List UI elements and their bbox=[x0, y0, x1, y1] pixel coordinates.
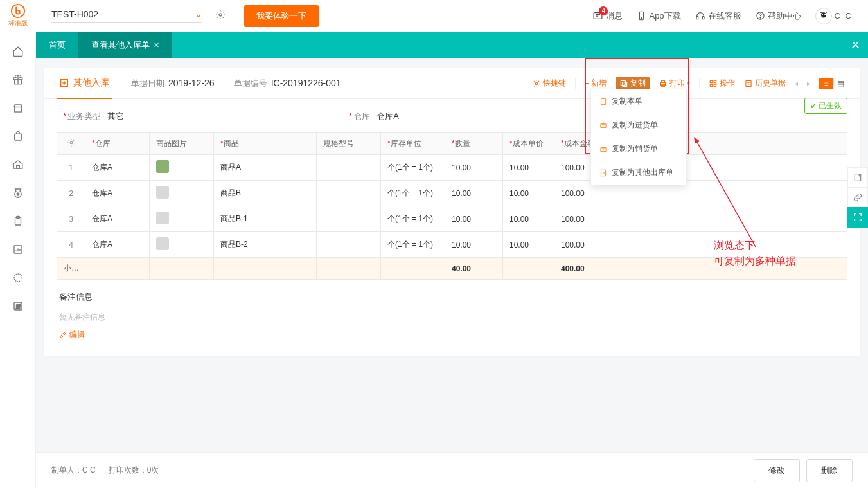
dropdown-copy-other-out[interactable]: 复制为其他出库单 bbox=[591, 161, 686, 185]
biz-type-label: 业务类型 bbox=[67, 111, 101, 121]
nav-gift-icon[interactable] bbox=[12, 73, 24, 86]
svg-rect-41 bbox=[855, 174, 860, 181]
nav-report-icon[interactable] bbox=[12, 243, 24, 256]
remarks-edit-button[interactable]: 编辑 bbox=[59, 329, 845, 340]
nav-store-icon[interactable] bbox=[12, 102, 24, 114]
nav-home-icon[interactable] bbox=[12, 45, 24, 58]
table-row[interactable]: 1仓库A商品A个(1个 = 1个)10.0010.00100.00 bbox=[57, 155, 847, 181]
doc-icon bbox=[599, 97, 608, 106]
view-list-button[interactable]: ≡ bbox=[819, 78, 833, 89]
doc-date-label: 单据日期 bbox=[131, 78, 164, 88]
tab-bar-close-button[interactable]: ✕ bbox=[842, 38, 868, 52]
messages-button[interactable]: 消息 4 bbox=[592, 10, 623, 22]
logo[interactable]: 标准版 bbox=[0, 4, 36, 28]
table-row[interactable]: 2仓库A商品B个(1个 = 1个)10.0010.00100.00 bbox=[57, 181, 847, 206]
operate-button[interactable]: 操作 bbox=[709, 78, 735, 89]
print-button[interactable]: 打印▾ bbox=[659, 78, 690, 89]
col-qty: *数量 bbox=[445, 133, 503, 155]
nav-money-icon[interactable] bbox=[12, 186, 24, 199]
biz-type-value: 其它 bbox=[107, 111, 124, 121]
online-service-button[interactable]: 在线客服 bbox=[695, 10, 741, 22]
print-label: 打印 bbox=[669, 78, 685, 89]
svg-point-21 bbox=[14, 274, 22, 282]
nav-clipboard-icon[interactable] bbox=[12, 215, 24, 228]
svg-rect-33 bbox=[714, 84, 716, 87]
nav-bag-icon[interactable] bbox=[12, 130, 24, 143]
right-float-tools bbox=[847, 167, 868, 227]
cell-price: 10.00 bbox=[503, 206, 554, 232]
app-download-button[interactable]: App下载 bbox=[637, 10, 680, 22]
chevron-left-icon[interactable]: ◂ bbox=[795, 80, 798, 87]
svg-rect-17 bbox=[16, 166, 19, 169]
col-unit: *库存单位 bbox=[381, 133, 445, 155]
org-selector[interactable]: TEST-H002 ⌄ bbox=[51, 9, 202, 23]
help-center-button[interactable]: 帮助中心 bbox=[756, 10, 801, 22]
dropdown-copy-sales[interactable]: 复制为销货单 bbox=[591, 137, 686, 161]
nav-sync-icon[interactable] bbox=[12, 271, 24, 284]
help-center-label: 帮助中心 bbox=[768, 10, 801, 22]
link-icon bbox=[853, 192, 863, 203]
items-table: *仓库 商品图片 *商品 规格型号 *库存单位 *数量 *成本单价 *成本金额 … bbox=[57, 132, 847, 280]
table-header-row: *仓库 商品图片 *商品 规格型号 *库存单位 *数量 *成本单价 *成本金额 … bbox=[57, 133, 847, 155]
user-menu[interactable]: C C bbox=[815, 8, 853, 24]
subtotal-qty: 40.00 bbox=[445, 258, 503, 280]
tab-active[interactable]: 查看其他入库单 ✕ bbox=[78, 32, 172, 58]
left-nav: 新 bbox=[0, 32, 36, 488]
note-tool-button[interactable] bbox=[847, 167, 868, 188]
link-tool-button[interactable] bbox=[847, 187, 868, 208]
svg-rect-29 bbox=[662, 84, 665, 87]
add-button[interactable]: +新增 bbox=[585, 78, 607, 89]
close-icon[interactable]: ✕ bbox=[154, 41, 159, 50]
product-image-icon bbox=[156, 212, 169, 224]
col-product: *商品 bbox=[214, 133, 317, 155]
table-row[interactable]: 3仓库A商品B-1个(1个 = 1个)10.0010.00100.00 bbox=[57, 206, 847, 232]
col-image: 商品图片 bbox=[150, 133, 214, 155]
trial-button[interactable]: 我要体验一下 bbox=[244, 5, 319, 27]
settings-icon[interactable] bbox=[215, 10, 226, 22]
tab-home[interactable]: 首页 bbox=[36, 32, 78, 58]
cell-spec bbox=[317, 232, 381, 258]
col-settings[interactable] bbox=[57, 133, 85, 155]
remarks-section: 备注信息 暂无备注信息 编辑 bbox=[44, 280, 860, 356]
view-grid-button[interactable]: ▤ bbox=[833, 78, 847, 89]
svg-point-11 bbox=[821, 14, 822, 15]
chevron-down-icon: ⌄ bbox=[195, 9, 202, 19]
svg-rect-25 bbox=[623, 82, 627, 86]
copy-icon bbox=[619, 79, 628, 88]
svg-rect-28 bbox=[662, 80, 665, 82]
shortcut-button[interactable]: 快捷键 bbox=[532, 78, 566, 89]
nav-new-icon[interactable]: 新 bbox=[12, 300, 24, 312]
cell-product: 商品B bbox=[214, 181, 317, 206]
divider bbox=[699, 78, 700, 89]
cart-in-icon bbox=[599, 121, 608, 130]
dropdown-copy-this[interactable]: 复制本单 bbox=[591, 89, 686, 113]
warehouse-field: *仓库仓库A bbox=[349, 111, 399, 122]
check-icon: ✔ bbox=[810, 102, 817, 111]
inbox-icon bbox=[59, 78, 69, 88]
doc-title-tab[interactable]: 其他入库 bbox=[57, 68, 112, 99]
cell-product: 商品B-2 bbox=[214, 232, 317, 258]
expand-icon bbox=[853, 212, 863, 222]
creator-info: 制单人：C C bbox=[51, 465, 96, 476]
subtotal-label: 小计 bbox=[57, 258, 85, 280]
top-header: 标准版 TEST-H002 ⌄ 我要体验一下 消息 4 App下载 在线客服 帮… bbox=[0, 0, 868, 32]
history-button[interactable]: 历史单据 bbox=[744, 78, 786, 89]
history-icon bbox=[744, 79, 753, 88]
delete-button[interactable]: 删除 bbox=[806, 459, 853, 482]
cell-idx: 2 bbox=[57, 181, 85, 206]
remarks-edit-label: 编辑 bbox=[69, 329, 85, 340]
modify-button[interactable]: 修改 bbox=[754, 459, 800, 482]
dropdown-copy-purchase[interactable]: 复制为进货单 bbox=[591, 113, 686, 137]
card-header: 其他入库 单据日期2019-12-26 单据编号IC-20191226-001 … bbox=[44, 68, 860, 99]
chevron-right-icon[interactable]: ▸ bbox=[807, 80, 810, 87]
nav-warehouse-icon[interactable] bbox=[12, 158, 24, 171]
table-row[interactable]: 4仓库A商品B-2个(1个 = 1个)10.0010.00100.00 bbox=[57, 232, 847, 258]
phone-icon bbox=[637, 11, 646, 21]
dropdown-copy-purchase-label: 复制为进货单 bbox=[612, 120, 658, 131]
remarks-empty: 暂无备注信息 bbox=[59, 312, 845, 323]
logo-label: 标准版 bbox=[8, 19, 28, 28]
cell-warehouse: 仓库A bbox=[85, 232, 150, 258]
cell-amount: 100.00 bbox=[554, 206, 612, 232]
copy-button[interactable]: 复制 bbox=[616, 77, 650, 90]
expand-tool-button[interactable] bbox=[847, 207, 868, 228]
